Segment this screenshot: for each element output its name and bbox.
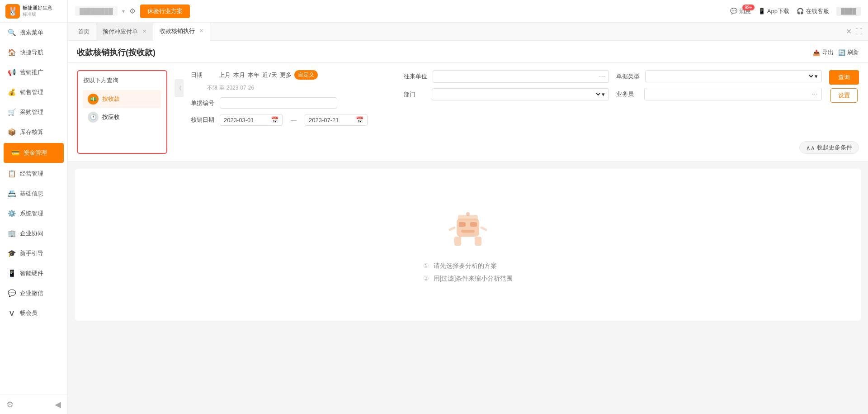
tab-home[interactable]: 首页 [71,23,96,41]
doctype-select-wrap[interactable]: ▾ [645,70,822,82]
biz-icon: 📋 [7,169,16,178]
calendar-end-icon[interactable]: 📅 [356,116,363,124]
settings-button[interactable]: 设置 [830,88,858,103]
date-range-separator: — [291,117,297,124]
close-window-icon[interactable]: ✕ [846,27,852,36]
sidebar-item-wechat[interactable]: 💬 企业微信 [0,283,67,303]
sidebar-item-sales[interactable]: 💰 销售管理 [0,82,67,102]
date-7days[interactable]: 近7天 [262,71,277,79]
tab-prepay-close-icon[interactable]: ✕ [142,29,146,34]
filter-option-by-receivable[interactable]: 🕐 按应收 [83,108,161,126]
user-avatar[interactable]: ████ [836,7,861,16]
empty-tip1: ① 请先选择要分析的方案 [423,259,513,272]
message-badge: 99+ [742,5,755,10]
logo-edition: 标准版 [23,11,52,18]
staff-label: 业务员 [616,90,639,98]
sidebar-item-funds[interactable]: 💳 资金管理 [4,143,64,163]
tab-prepay-label: 预付冲应付单 [103,28,138,36]
receivable-option-label: 按应收 [102,113,120,121]
docno-row: 单据编号 [191,97,396,109]
sidebar-item-stock[interactable]: 📦 库存核算 [0,122,67,142]
dept-select-wrap[interactable]: ▾ [432,88,609,100]
tabbar: 首页 预付冲应付单 ✕ 收款核销执行 ✕ ✕ ⛶ [68,23,868,41]
sidebar-item-member[interactable]: V 畅会员 [0,303,67,323]
sidebar-item-label: 快捷导航 [20,48,43,57]
sidebar-item-label: 企业协同 [20,229,43,238]
tab-prepay[interactable]: 预付冲应付单 ✕ [96,23,153,41]
sidebar-item-base[interactable]: 📇 基础信息 [0,184,67,204]
collapse-sidebar-icon[interactable]: ◀ [55,400,61,409]
export-label: 导出 [822,48,834,57]
staff-row: 业务员 ··· [616,88,822,100]
sidebar-item-search[interactable]: 🔍 搜索菜单 [0,23,67,43]
sidebar-item-quicknav[interactable]: 🏠 快捷导航 [0,43,67,62]
filter-collapse-button[interactable]: 《 [175,79,184,97]
collapse-arrow-icon: 《 [176,85,182,92]
query-button[interactable]: 查询 [829,70,859,85]
calendar-start-icon[interactable]: 📅 [271,116,278,124]
service-button[interactable]: 🎧 在线客服 [797,7,829,15]
message-button[interactable]: 💬 消息 99+ [730,7,751,15]
receivable-option-icon: 🕐 [88,112,99,123]
date-this-month[interactable]: 本月 [233,71,245,79]
sidebar-item-purchase[interactable]: 🛒 采购管理 [0,102,67,122]
dept-select[interactable] [436,90,602,98]
app-label: App下载 [767,7,789,15]
sidebar-item-system[interactable]: ⚙️ 系统管理 [0,204,67,224]
dropdown-arrow-icon[interactable]: ▾ [122,8,125,14]
date-last-month[interactable]: 上月 [219,71,231,79]
verify-date-start-input[interactable] [224,117,269,124]
app-download-button[interactable]: 📱 App下载 [758,7,789,15]
sidebar-bottom: ⚙ ◀ [0,395,67,414]
date-row: 日期 上月 本月 本年 近7天 更多 自定义 [191,70,396,80]
funds-icon: 💳 [11,148,20,157]
partner-input[interactable] [437,73,599,80]
wechat-icon: 💬 [7,289,16,298]
date-more[interactable]: 更多 [280,71,292,79]
staff-input[interactable] [648,91,811,98]
docno-input[interactable] [224,100,333,106]
brand-name: ████████ [75,6,118,16]
sidebar-item-label: 系统管理 [20,209,43,218]
date-shortcuts: 上月 本月 本年 近7天 更多 自定义 [219,70,318,80]
staff-dots-icon[interactable]: ··· [812,90,818,98]
verify-date-end-wrap: 📅 [305,114,368,126]
expand-icon[interactable]: ⛶ [855,28,863,36]
partner-row: 往来单位 ··· [404,70,609,83]
collapse-more-button[interactable]: ∧∧ 收起更多条件 [799,141,859,154]
verify-date-label: 核销日期 [191,116,214,124]
base-icon: 📇 [7,189,16,198]
sidebar-item-corp[interactable]: 🏢 企业协同 [0,224,67,243]
refresh-button[interactable]: 🔄 刷新 [838,48,859,57]
sidebar-item-biz[interactable]: 📋 经营管理 [0,164,67,184]
sidebar: 🐰 畅捷通好生意 标准版 🔍 搜索菜单 🏠 快捷导航 📢 营销推广 💰 销售管理… [0,0,68,414]
settings-icon[interactable]: ⚙ [6,400,14,409]
doctype-select[interactable] [649,72,815,80]
main-content: ████████ ▾ ⚙ 休验行业方案 💬 消息 99+ 📱 App下载 🎧 在… [68,0,868,414]
partner-dots-icon[interactable]: ··· [599,72,605,81]
verify-date-end-input[interactable] [309,117,354,124]
filter-sidebar-title: 按以下方查询 [83,76,161,85]
sidebar-item-marketing[interactable]: 📢 营销推广 [0,62,67,82]
system-icon: ⚙️ [7,209,16,218]
app-icon: 📱 [758,8,765,14]
filter-option-by-collect[interactable]: 💵 按收款 [83,90,161,108]
date-this-year[interactable]: 本年 [248,71,259,79]
tab-collect[interactable]: 收款核销执行 ✕ [153,23,210,41]
tab-collect-close-icon[interactable]: ✕ [199,28,203,34]
sidebar-logo: 🐰 畅捷通好生意 标准版 [0,0,67,23]
sidebar-item-guide[interactable]: 🎓 新手引导 [0,243,67,263]
industry-btn[interactable]: 休验行业方案 [140,5,190,18]
topbar-left: ████████ ▾ ⚙ 休验行业方案 [75,5,190,18]
dept-row: 部门 ▾ [404,88,609,100]
sidebar-item-hardware[interactable]: 📱 智能硬件 [0,263,67,283]
export-button[interactable]: 📤 导出 [813,48,834,57]
gear-icon[interactable]: ⚙ [129,7,136,15]
empty-illustration [445,205,491,250]
sidebar-item-label: 库存核算 [20,128,43,136]
collapse-more-section: ∧∧ 收起更多条件 [191,138,859,154]
svg-point-7 [466,212,470,216]
empty-state: ① 请先选择要分析的方案 ② 用[过滤]条件来缩小分析范围 [75,169,861,321]
date-custom-tag[interactable]: 自定义 [294,70,318,80]
hardware-icon: 📱 [7,269,16,278]
